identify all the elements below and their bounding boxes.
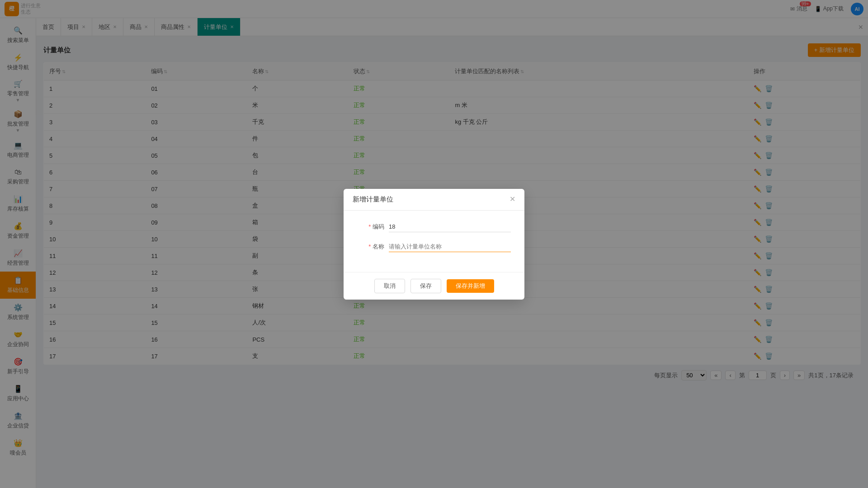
modal-header: 新增计量单位 ✕ <box>344 189 524 211</box>
form-row-name: * 名称 <box>357 241 511 252</box>
modal-overlay[interactable]: 新增计量单位 ✕ * 编码 * 名称 取消 保存 保存并新增 <box>0 0 868 488</box>
modal-title: 新增计量单位 <box>353 195 393 204</box>
name-input[interactable] <box>389 241 511 252</box>
cancel-button[interactable]: 取消 <box>374 279 405 293</box>
code-input[interactable] <box>389 221 511 232</box>
save-and-new-button[interactable]: 保存并新增 <box>447 279 494 293</box>
form-row-code: * 编码 <box>357 221 511 232</box>
name-label: * 名称 <box>357 243 384 251</box>
code-required-mark: * <box>368 223 371 230</box>
code-label: * 编码 <box>357 223 384 231</box>
modal-body: * 编码 * 名称 <box>344 211 524 272</box>
name-required-mark: * <box>368 243 371 250</box>
save-button[interactable]: 保存 <box>410 279 441 293</box>
modal-footer: 取消 保存 保存并新增 <box>344 272 524 300</box>
modal-close-button[interactable]: ✕ <box>509 196 515 203</box>
add-unit-modal: 新增计量单位 ✕ * 编码 * 名称 取消 保存 保存并新增 <box>344 189 524 300</box>
